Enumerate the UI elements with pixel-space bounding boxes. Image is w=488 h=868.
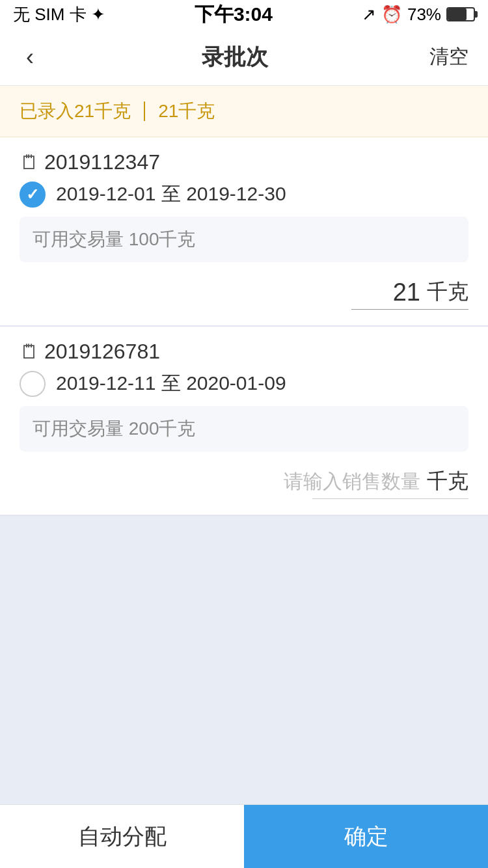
batch-date-2: 2019-12-11 至 2020-01-09	[56, 370, 286, 397]
input-placeholder-2: 请输入销售数量	[284, 468, 420, 495]
batch-doc-icon-1: 🗒	[20, 152, 39, 174]
input-row-2: 请输入销售数量 千克	[0, 452, 488, 515]
info-banner: 已录入21千克 21千克	[0, 86, 488, 137]
batch-date-row-2: 2019-12-11 至 2020-01-09	[20, 370, 468, 397]
bottom-spacer	[0, 516, 488, 804]
batch-radio-2[interactable]	[20, 371, 46, 397]
quantity-row-1: 21 千克	[0, 262, 488, 325]
batch-available-1: 可用交易量 100千克	[20, 217, 468, 262]
status-right: ↗ ⏰ 73%	[362, 5, 475, 25]
batch-radio-1[interactable]	[20, 182, 46, 208]
batch-card-1: 🗒 2019112347 2019-12-01 至 2019-12-30 可用交…	[0, 137, 488, 262]
status-left: 无 SIM 卡 ✦	[13, 3, 105, 26]
input-area-2[interactable]: 请输入销售数量 千克	[284, 467, 468, 499]
batch-id-1: 2019112347	[44, 150, 160, 174]
batch-card-2: 🗒 2019126781 2019-12-11 至 2020-01-09 可用交…	[0, 327, 488, 452]
batch-header-2: 🗒 2019126781	[20, 340, 468, 364]
batch-header-1: 🗒 2019112347	[20, 150, 468, 174]
battery-percent: 73%	[407, 5, 441, 25]
quantity-underline-1	[351, 309, 468, 310]
quantity-value-1: 21	[393, 278, 420, 306]
recorded-label: 已录入21千克	[20, 99, 131, 124]
back-button[interactable]: ‹	[20, 37, 40, 77]
page-title: 录批次	[202, 42, 268, 72]
auto-distribute-button[interactable]: 自动分配	[0, 805, 244, 868]
recorded-value: 21千克	[158, 99, 215, 124]
input-underline-2	[312, 498, 468, 499]
batch-id-2: 2019126781	[44, 340, 160, 364]
quantity-unit-1: 千克	[427, 278, 468, 306]
nav-bar: ‹ 录批次 清空	[0, 29, 488, 86]
location-icon: ↗	[362, 5, 376, 25]
quantity-input-area-1[interactable]: 21 千克	[351, 278, 468, 310]
batch-doc-icon-2: 🗒	[20, 341, 39, 363]
clear-button[interactable]: 清空	[429, 44, 468, 70]
sim-status: 无 SIM 卡 ✦	[13, 3, 105, 26]
bottom-bar: 自动分配 确定	[0, 804, 488, 868]
batch-date-1: 2019-12-01 至 2019-12-30	[56, 181, 286, 208]
status-time: 下午3:04	[195, 1, 273, 28]
info-divider	[144, 102, 145, 121]
batch-available-2: 可用交易量 200千克	[20, 406, 468, 452]
status-bar: 无 SIM 卡 ✦ 下午3:04 ↗ ⏰ 73%	[0, 0, 488, 29]
input-unit-2: 千克	[427, 467, 468, 496]
batch-date-row-1: 2019-12-01 至 2019-12-30	[20, 181, 468, 208]
alarm-icon: ⏰	[381, 5, 402, 25]
battery-icon	[446, 7, 475, 21]
confirm-button[interactable]: 确定	[244, 805, 488, 868]
